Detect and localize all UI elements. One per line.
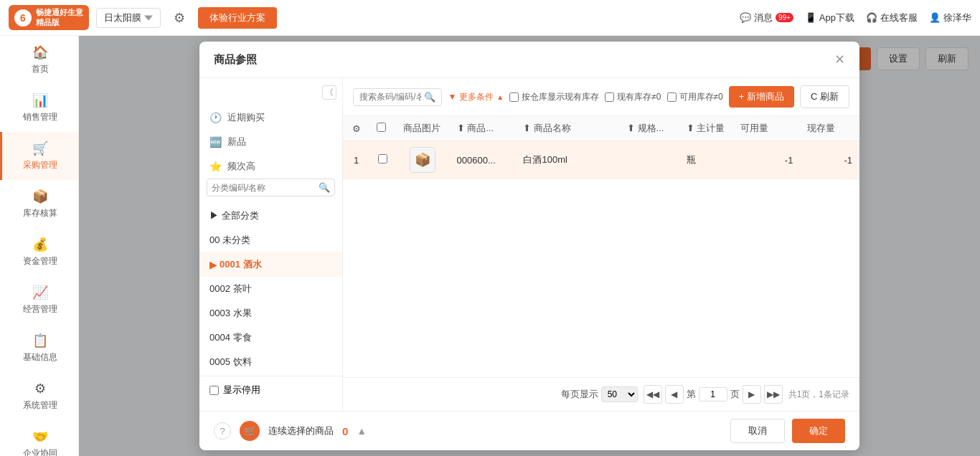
page-suffix-label: 页 bbox=[730, 388, 740, 401]
category-all[interactable]: ▶ 全部分类 bbox=[199, 204, 342, 228]
sidebar-item-home[interactable]: 🏠 首页 bbox=[0, 36, 78, 84]
experience-btn[interactable]: 体验行业方案 bbox=[198, 7, 277, 29]
confirm-button[interactable]: 确定 bbox=[792, 419, 845, 443]
avatar: 👤 bbox=[929, 12, 941, 23]
per-page-label: 每页显示 bbox=[561, 388, 598, 401]
sidebar-item-system[interactable]: ⚙ 系统管理 bbox=[0, 372, 78, 420]
sidebar-item-finance[interactable]: 💰 资金管理 bbox=[0, 228, 78, 276]
finance-icon: 💰 bbox=[32, 237, 48, 252]
page-number-input[interactable] bbox=[699, 387, 727, 402]
category-0005[interactable]: 0005 饮料 bbox=[199, 350, 342, 374]
category-search-icon[interactable]: 🔍 bbox=[319, 182, 330, 193]
logo-number: 6 bbox=[20, 12, 26, 24]
row-checkbox-cell bbox=[369, 141, 396, 179]
refresh-modal-button[interactable]: C 刷新 bbox=[800, 85, 849, 108]
collapse-button[interactable]: 《 bbox=[322, 85, 336, 100]
category-search-input[interactable] bbox=[212, 183, 316, 193]
left-item-frequent[interactable]: ⭐ 频次高 bbox=[199, 154, 342, 179]
message-badge: 99+ bbox=[776, 13, 793, 22]
help-button[interactable]: ? bbox=[214, 422, 231, 440]
modal-footer: ? 🛒 连续选择的商品 0 ▲ 取消 确定 bbox=[199, 411, 859, 450]
current-stock-label: 现有库存≠0 bbox=[617, 91, 661, 103]
category-0004[interactable]: 0004 零食 bbox=[199, 326, 342, 350]
row-code: 000600... bbox=[450, 141, 517, 179]
category-0003[interactable]: 0003 水果 bbox=[199, 301, 342, 326]
prev-page-button[interactable]: ◀ bbox=[665, 385, 684, 404]
category-search-box: 🔍 bbox=[207, 179, 335, 196]
dropdown-chevron-icon bbox=[144, 14, 153, 22]
settings-icon[interactable]: ⚙ bbox=[168, 6, 191, 29]
sidebar-item-inventory[interactable]: 📦 库存核算 bbox=[0, 180, 78, 228]
footer-buttons: 取消 确定 bbox=[730, 419, 845, 443]
headphone-icon: 🎧 bbox=[866, 12, 877, 23]
category-0002[interactable]: 0002 茶叶 bbox=[199, 277, 342, 301]
sidebar-item-operations[interactable]: 📈 经营管理 bbox=[0, 276, 78, 324]
col-unit-header[interactable]: ⬆ 主计量 bbox=[679, 116, 734, 141]
new-label: 新品 bbox=[227, 136, 246, 148]
frequent-label: 频次高 bbox=[227, 160, 255, 173]
sidebar-item-sales[interactable]: 📊 销售管理 bbox=[0, 84, 78, 132]
home-icon: 🏠 bbox=[32, 44, 48, 60]
category-0001[interactable]: ▶ 0001 酒水 bbox=[199, 252, 342, 277]
available-stock-checkbox[interactable] bbox=[667, 92, 677, 102]
toolbar-right: + 新增商品 C 刷新 bbox=[729, 85, 849, 108]
show-disabled-label: 显示停用 bbox=[223, 384, 260, 396]
col-spec-header[interactable]: ⬆ 规格... bbox=[620, 116, 679, 141]
company-dropdown[interactable]: 日太阳膜 bbox=[96, 8, 161, 28]
table-row[interactable]: 1 📦 000600... 白酒100ml bbox=[343, 141, 859, 179]
sidebar-label-finance: 资金管理 bbox=[23, 255, 57, 267]
col-name-header[interactable]: ⬆ 商品名称 bbox=[516, 116, 619, 141]
warehouse-stock-checkbox[interactable] bbox=[509, 92, 519, 102]
per-page-dropdown[interactable]: 50 10 20 100 bbox=[601, 386, 638, 402]
col-settings-icon[interactable]: ⚙ bbox=[350, 123, 362, 134]
row-stock: -1 bbox=[800, 141, 859, 179]
row-checkbox[interactable] bbox=[378, 154, 387, 163]
logo-icon: 6 bbox=[14, 9, 32, 27]
sidebar-item-enterprise[interactable]: 🤝 企业协同 bbox=[0, 420, 78, 456]
cart-icon: 🛒 bbox=[240, 421, 260, 441]
product-search-input[interactable] bbox=[359, 92, 421, 102]
modal-left-panel: 《 🕐 近期购买 🆕 新品 ⭐ bbox=[199, 78, 343, 411]
per-page-select: 每页显示 50 10 20 100 bbox=[561, 386, 638, 402]
modal-left-footer: 显示停用 bbox=[199, 376, 342, 404]
more-filter-button[interactable]: ▼ 更多条件 ▲ bbox=[448, 91, 504, 103]
cancel-button[interactable]: 取消 bbox=[730, 419, 785, 443]
available-stock-filter: 可用库存≠0 bbox=[667, 91, 723, 103]
product-search-box: 🔍 bbox=[353, 88, 442, 106]
logo-main-text: 畅捷通好生意 bbox=[36, 8, 83, 17]
category-00[interactable]: 00 未分类 bbox=[199, 228, 342, 252]
modal-close-button[interactable]: ✕ bbox=[834, 52, 845, 67]
app-download-item[interactable]: 📱 App下载 bbox=[805, 11, 854, 24]
product-table-wrap: ⚙ 商品图片 bbox=[343, 116, 859, 377]
warehouse-stock-label: 按仓库显示现有库存 bbox=[522, 91, 599, 103]
product-table: ⚙ 商品图片 bbox=[343, 116, 859, 179]
sidebar-item-purchase[interactable]: 🛒 采购管理 bbox=[0, 132, 78, 180]
filter-label: 更多条件 bbox=[459, 91, 494, 103]
first-page-button[interactable]: ◀◀ bbox=[644, 385, 662, 404]
modal-right-panel: 🔍 ▼ 更多条件 ▲ 按仓库显示现有库存 bbox=[343, 78, 859, 411]
message-item[interactable]: 💬 消息 99+ bbox=[740, 11, 793, 24]
select-all-checkbox[interactable] bbox=[377, 123, 386, 132]
message-label: 消息 bbox=[754, 11, 773, 24]
service-item[interactable]: 🎧 在线客服 bbox=[866, 11, 918, 24]
sidebar-label-operations: 经营管理 bbox=[23, 303, 57, 315]
col-code-header[interactable]: ⬆ 商品... bbox=[450, 116, 517, 141]
show-disabled-checkbox[interactable] bbox=[209, 386, 219, 395]
add-product-button[interactable]: + 新增商品 bbox=[729, 86, 794, 108]
app-icon: 📱 bbox=[805, 12, 816, 23]
cart-button[interactable]: 🛒 bbox=[240, 421, 260, 441]
next-page-button[interactable]: ▶ bbox=[743, 385, 761, 404]
col-stock-header: 现存量 bbox=[800, 116, 859, 141]
modal-left-collapse: 《 bbox=[199, 85, 342, 100]
sidebar-item-basic-info[interactable]: 📋 基础信息 bbox=[0, 324, 78, 372]
category-list: ▶ 全部分类 00 未分类 ▶ 0001 酒水 0002 茶叶 bbox=[199, 204, 342, 376]
left-item-recent[interactable]: 🕐 近期购买 bbox=[199, 105, 342, 130]
left-item-new[interactable]: 🆕 新品 bbox=[199, 130, 342, 154]
last-page-button[interactable]: ▶▶ bbox=[764, 385, 783, 404]
sidebar-label-basic-info: 基础信息 bbox=[23, 351, 57, 364]
footer-collapse-button[interactable]: ▲ bbox=[357, 425, 367, 437]
sidebar: 🏠 首页 📊 销售管理 🛒 采购管理 📦 库存核算 💰 资金管理 📈 经营管理 … bbox=[0, 36, 79, 456]
product-search-icon[interactable]: 🔍 bbox=[424, 92, 435, 103]
current-stock-checkbox[interactable] bbox=[605, 92, 614, 102]
user-item[interactable]: 👤 徐泽华 bbox=[929, 11, 971, 24]
